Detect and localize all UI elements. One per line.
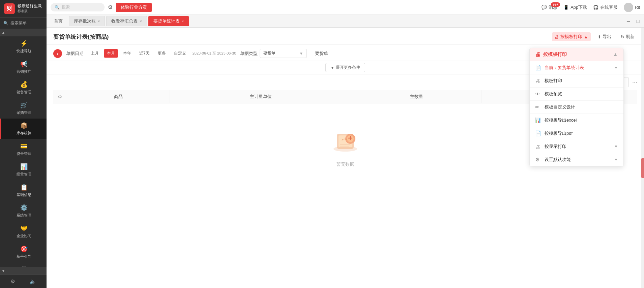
online-service-btn[interactable]: 🎧 在线客服 xyxy=(593,4,618,10)
tabs-bar: 首页 库存批次账 × 收发存汇总表 × 要货单统计表 × ─ □ xyxy=(47,15,644,28)
marketing-label: 营销推广 xyxy=(17,69,31,74)
date-range-display: 2023-06-01 至 2023-06-30 xyxy=(193,51,236,56)
sidebar: 财 畅康通好生意 标准版 🔍 搜索菜单 ▲ ⚡ 快捷导航 📢 营销推广 💰 销售… xyxy=(0,0,47,288)
topbar-search-icon: 🔍 xyxy=(55,5,60,10)
topbar-search[interactable]: 🔍 搜索 xyxy=(51,3,105,11)
trial-btn[interactable]: 体验行业方案 xyxy=(116,3,152,12)
sidebar-item-basic[interactable]: 📋 基础信息 xyxy=(0,180,47,201)
expand-label: 展开更多条件 xyxy=(336,65,360,70)
sidebar-item-appstore[interactable]: 📱 应用中心 xyxy=(0,262,47,267)
tab-order-stat-close[interactable]: × xyxy=(182,19,184,23)
sidebar-item-newbie[interactable]: 🎯 新手引导 xyxy=(0,242,47,262)
sidebar-item-system[interactable]: ⚙️ 系统管理 xyxy=(0,201,47,221)
scrollbar-track[interactable] xyxy=(641,28,644,288)
dropdown-item-template-print[interactable]: 🖨 模板打印 xyxy=(530,74,623,88)
settings-bottom-btn[interactable]: ⚙ xyxy=(10,278,15,285)
tab-batch-close[interactable]: × xyxy=(98,19,100,23)
sidebar-bottom: ⚙ 🔈 xyxy=(0,275,47,288)
sidebar-item-quicknav[interactable]: ⚡ 快捷导航 xyxy=(0,36,47,57)
date-filter-label: 单据日期 xyxy=(66,51,84,57)
topbar-gear-icon[interactable]: ⚙ xyxy=(108,4,113,10)
display-print-chevron-icon: ▼ xyxy=(614,144,618,149)
speaker-bottom-btn[interactable]: 🔈 xyxy=(29,278,36,285)
user-avatar[interactable]: Rit xyxy=(624,3,640,12)
scroll-down-btn[interactable]: ▼ xyxy=(0,267,47,275)
refresh-btn[interactable]: ↻ 刷新 xyxy=(618,32,637,41)
col-settings[interactable]: ⚙ xyxy=(53,90,67,103)
sidebar-item-inventory[interactable]: 📦 库存核算 xyxy=(0,119,47,139)
sidebar-item-finance[interactable]: 💳 资金管理 xyxy=(0,139,47,160)
print-dropdown-panel: 🖨 按模板打印 ▲ 📄 当前：要货单统计表 ▼ 🖨 模板打印 👁 模板预览 ✏ … xyxy=(529,48,624,166)
export-btn[interactable]: ⬆ 导出 xyxy=(595,32,614,41)
dropdown-current-item[interactable]: 📄 当前：要货单统计表 ▼ xyxy=(530,61,623,74)
dropdown-item-template-design[interactable]: ✏ 模板自定义设计 xyxy=(530,101,623,114)
collab-icon: 🤝 xyxy=(20,225,28,232)
scrollbar-thumb[interactable] xyxy=(641,158,644,178)
sidebar-item-purchase[interactable]: 🛒 采购管理 xyxy=(0,98,47,119)
date-current-year-btn[interactable]: 本年 xyxy=(120,49,134,58)
refresh-label: 刷新 xyxy=(626,34,635,40)
dropdown-item-export-pdf[interactable]: 📄 按模板导出pdf xyxy=(530,127,623,140)
sidebar-search[interactable]: 🔍 搜索菜单 xyxy=(0,18,47,29)
print-template-btn[interactable]: 🖨 按模板打印 ▲ xyxy=(552,32,591,41)
date-more-btn[interactable]: 更多 xyxy=(155,49,169,58)
purchase-icon: 🛒 xyxy=(20,101,28,109)
collab-label: 企业协同 xyxy=(17,233,31,238)
filter-toggle-btn[interactable]: › xyxy=(53,49,62,58)
tab-collection-close[interactable]: × xyxy=(140,19,142,23)
expand-more-btn[interactable]: ▼ 展开更多条件 xyxy=(325,63,365,72)
template-print-icon: 🖨 xyxy=(535,78,541,84)
template-preview-icon: 👁 xyxy=(535,91,541,97)
sidebar-item-sales[interactable]: 💰 销售管理 xyxy=(0,77,47,98)
topbar: 🔍 搜索 ⚙ 体验行业方案 💬 消息 99+ 📱 App下载 🎧 在线客服 Ri… xyxy=(47,0,644,15)
basic-icon: 📋 xyxy=(20,184,28,191)
date-custom-btn[interactable]: 自定义 xyxy=(171,49,189,58)
window-maximize-btn[interactable]: □ xyxy=(635,18,641,25)
type-select[interactable]: 要货单 ▼ xyxy=(260,49,307,58)
export-icon: ⬆ xyxy=(597,34,601,39)
quicknav-icon: ⚡ xyxy=(20,40,28,47)
dropdown-title: 🖨 按模板打印 xyxy=(535,52,567,58)
dropdown-item-template-preview[interactable]: 👁 模板预览 xyxy=(530,88,623,101)
type-select-chevron-icon: ▼ xyxy=(299,51,303,56)
sales-icon: 💰 xyxy=(20,81,28,88)
more-options-btn[interactable]: ··· xyxy=(632,79,637,86)
message-btn[interactable]: 💬 消息 99+ xyxy=(541,4,557,10)
basic-label: 基础信息 xyxy=(17,192,31,197)
sidebar-item-marketing[interactable]: 📢 营销推广 xyxy=(0,57,47,77)
sidebar-item-operation[interactable]: 📊 经营管理 xyxy=(0,160,47,180)
dropdown-title-text: 按模板打印 xyxy=(543,52,567,58)
col-unit: 主计量单位 xyxy=(170,90,352,103)
date-last7days-btn[interactable]: 近7天 xyxy=(136,49,153,58)
topbar-right: 💬 消息 99+ 📱 App下载 🎧 在线客服 Rit xyxy=(541,3,640,12)
dropdown-item-display-print[interactable]: 🖨 按显示打印 ▼ xyxy=(530,140,623,153)
set-default-icon: ⚙ xyxy=(535,157,541,163)
template-design-text: 模板自定义设计 xyxy=(545,104,618,110)
date-prev-month-btn[interactable]: 上月 xyxy=(88,49,102,58)
scroll-up-btn[interactable]: ▲ xyxy=(0,29,47,36)
date-current-month-btn[interactable]: 本月 xyxy=(104,49,118,58)
tab-order-stat-label: 要货单统计表 xyxy=(153,18,180,24)
window-minimize-btn[interactable]: ─ xyxy=(625,18,632,25)
tab-batch[interactable]: 库存批次账 × xyxy=(69,16,105,26)
sidebar-item-collab[interactable]: 🤝 企业协同 xyxy=(0,221,47,242)
dropdown-item-set-default[interactable]: ⚙ 设置默认功能 ▼ xyxy=(530,153,623,166)
display-print-icon: 🖨 xyxy=(535,144,541,150)
sidebar-nav: ⚡ 快捷导航 📢 营销推广 💰 销售管理 🛒 采购管理 📦 库存核算 💳 资金管… xyxy=(0,36,47,267)
tab-collection[interactable]: 收发存汇总表 × xyxy=(106,16,147,26)
print-label: 按模板打印 xyxy=(560,34,582,40)
template-preview-text: 模板预览 xyxy=(545,91,618,97)
finance-icon: 💳 xyxy=(20,142,28,150)
service-icon: 🎧 xyxy=(593,5,598,10)
system-icon: ⚙️ xyxy=(20,204,28,212)
tab-order-stat[interactable]: 要货单统计表 × xyxy=(148,16,189,26)
inventory-label: 库存核算 xyxy=(17,131,31,136)
dropdown-close-btn[interactable]: ▲ xyxy=(613,52,618,58)
message-icon: 💬 xyxy=(541,5,547,10)
app-download-btn[interactable]: 📱 App下载 xyxy=(563,4,587,10)
template-print-text: 模板打印 xyxy=(545,78,618,84)
empty-illustration xyxy=(328,124,362,157)
message-badge: 99+ xyxy=(551,2,560,7)
tab-home[interactable]: 首页 xyxy=(49,16,67,26)
dropdown-item-export-excel[interactable]: 📊 按模板导出excel xyxy=(530,114,623,127)
